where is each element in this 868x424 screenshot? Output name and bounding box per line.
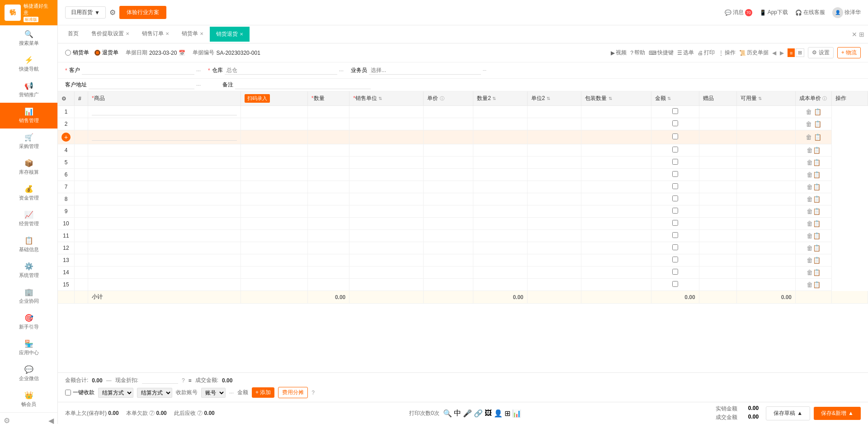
message-item[interactable]: 💬 消息 70 [725, 9, 752, 16]
setting-btn[interactable]: ⚙ 设置 [808, 47, 833, 58]
operate-btn[interactable]: ⋮ 操作 [718, 49, 736, 57]
sidebar-item-operations[interactable]: 📈 经营管理 [0, 206, 57, 232]
calendar-icon[interactable]: 📅 [179, 50, 185, 56]
cell-gift[interactable] [651, 118, 699, 130]
th-settings[interactable]: ⚙ [58, 91, 75, 106]
sidebar-item-basic[interactable]: 📋 基础信息 [0, 232, 57, 257]
gift-checkbox[interactable] [672, 269, 678, 275]
customer-select-icon[interactable]: ··· [196, 67, 201, 74]
product-input-active[interactable] [92, 134, 237, 141]
gift-checkbox[interactable] [672, 257, 678, 262]
person-icon[interactable]: 👤 [494, 409, 503, 418]
sidebar-item-newguide[interactable]: 🎯 新手引导 [0, 309, 57, 335]
question-icon[interactable]: ? [182, 377, 185, 384]
sidebar-item-enterprise[interactable]: 🏢 企业协同 [0, 283, 57, 309]
tab-expand-btn[interactable]: ⊞ [859, 31, 864, 38]
delete-icon[interactable]: 🗑 [807, 183, 813, 191]
delete-icon[interactable]: 🗑 [807, 159, 813, 166]
address-select-icon[interactable]: ··· [196, 82, 201, 88]
delete-icon[interactable]: 🗑 [806, 108, 812, 115]
gift-checkbox[interactable] [672, 171, 678, 177]
tab-home[interactable]: 首页 [61, 26, 85, 42]
select-btn[interactable]: ☰ 选单 [677, 49, 694, 57]
cell-unit2[interactable] [473, 106, 527, 118]
delete-icon[interactable]: 🗑 [807, 147, 813, 154]
gift-checkbox[interactable] [672, 108, 678, 114]
tab-sales-delivery[interactable]: 销货单 ✕ [175, 26, 210, 42]
cell-quantity2[interactable] [424, 106, 473, 118]
calculation-select[interactable]: 结算方式 [137, 388, 172, 398]
gift-checkbox[interactable] [672, 281, 678, 287]
sidebar-item-inventory[interactable]: 📦 库存核算 [0, 154, 57, 180]
copy-icon[interactable]: 📋 [813, 208, 821, 215]
delete-icon[interactable]: 🗑 [807, 195, 813, 203]
next-record-btn[interactable]: ▶ [780, 50, 784, 56]
delete-icon[interactable]: 🗑 [807, 232, 813, 239]
delete-icon[interactable]: 🗑 [807, 281, 813, 288]
tab-close-icon[interactable]: ✕ [240, 32, 243, 37]
cell-available[interactable] [699, 106, 736, 118]
gift-checkbox[interactable] [672, 195, 678, 201]
view-list-btn[interactable]: ≡ [788, 48, 795, 57]
copy-icon[interactable]: 📋 [814, 120, 821, 128]
copy-icon[interactable]: 📋 [814, 133, 821, 141]
tab-close-btn[interactable]: ✕ [852, 31, 857, 38]
add-btn[interactable]: + 添加 [252, 387, 274, 398]
account-select[interactable]: 账号 [201, 388, 226, 398]
cell-amount[interactable] [581, 118, 651, 130]
cell-cost-price[interactable] [736, 106, 795, 118]
salesperson-select-icon[interactable]: ··· [483, 68, 486, 73]
help-btn[interactable]: ? 帮助 [630, 49, 645, 57]
mic-icon[interactable]: 🎤 [463, 409, 472, 418]
copy-icon[interactable]: 📋 [814, 108, 821, 115]
cell-available-active[interactable] [699, 130, 736, 144]
delete-icon[interactable]: 🗑 [807, 244, 813, 252]
copy-icon[interactable]: 📋 [813, 195, 821, 203]
cell-amount-active[interactable] [581, 130, 651, 144]
grid-icon[interactable]: ⊞ [505, 409, 510, 418]
discount-input[interactable] [142, 377, 178, 384]
copy-icon[interactable]: 📋 [813, 281, 821, 288]
save-draft-btn[interactable]: 保存草稿 ▲ [766, 406, 810, 420]
cell-cost-price-active[interactable] [736, 130, 795, 144]
scan-btn[interactable]: 扫码录入 [245, 94, 270, 103]
split-btn[interactable]: 费用分摊 [278, 387, 308, 398]
copy-icon[interactable]: 📋 [813, 220, 821, 227]
cell-gift-active[interactable] [651, 130, 699, 144]
sidebar-item-finance[interactable]: 💰 资金管理 [0, 180, 57, 206]
print-btn[interactable]: 🖨 打印 [698, 49, 715, 57]
gift-checkbox[interactable] [672, 244, 678, 250]
radio-delivery-input[interactable] [65, 50, 71, 56]
radio-return-input[interactable] [94, 50, 100, 56]
view-grid-btn[interactable]: ⊞ [796, 48, 804, 57]
delete-icon[interactable]: 🗑 [807, 257, 813, 264]
sidebar-item-appstore[interactable]: 🏪 应用中心 [0, 335, 57, 361]
cell-cost-price[interactable] [736, 118, 795, 130]
tab-price-setting[interactable]: 售价提取设置 ✕ [85, 26, 136, 42]
tab-close-icon[interactable]: ✕ [165, 31, 169, 36]
app-download-item[interactable]: 📱 App下载 [760, 9, 788, 16]
sidebar-item-weixin[interactable]: 💬 企业微信 [0, 361, 57, 386]
warehouse-select-icon[interactable]: ··· [339, 67, 344, 74]
gift-checkbox[interactable] [672, 208, 678, 214]
address-input[interactable] [89, 81, 194, 89]
delete-icon[interactable]: 🗑 [807, 269, 813, 276]
delete-icon[interactable]: 🗑 [806, 120, 812, 128]
cell-product[interactable] [88, 106, 241, 118]
prev-record-btn[interactable]: ◀ [772, 50, 776, 56]
salesperson-input[interactable] [369, 66, 481, 75]
sidebar-item-system[interactable]: ⚙️ 系统管理 [0, 257, 57, 283]
one-click-payment-checkbox[interactable] [65, 390, 71, 395]
history-btn[interactable]: 📜 历史单据 [739, 49, 769, 57]
cell-amount[interactable] [581, 106, 651, 118]
gift-checkbox-active[interactable] [672, 133, 678, 139]
online-service-item[interactable]: 🎧 在线客服 [795, 9, 825, 16]
copy-icon[interactable]: 📋 [813, 171, 821, 178]
text-icon[interactable]: 中 [454, 409, 461, 418]
customer-input[interactable] [82, 66, 194, 75]
sidebar-item-vip[interactable]: 👑 畅会员 [0, 386, 57, 412]
link-icon[interactable]: 🔗 [474, 409, 483, 418]
copy-icon[interactable]: 📋 [813, 269, 821, 276]
cell-sales-unit[interactable] [307, 118, 349, 130]
cell-pack-qty[interactable] [527, 118, 581, 130]
